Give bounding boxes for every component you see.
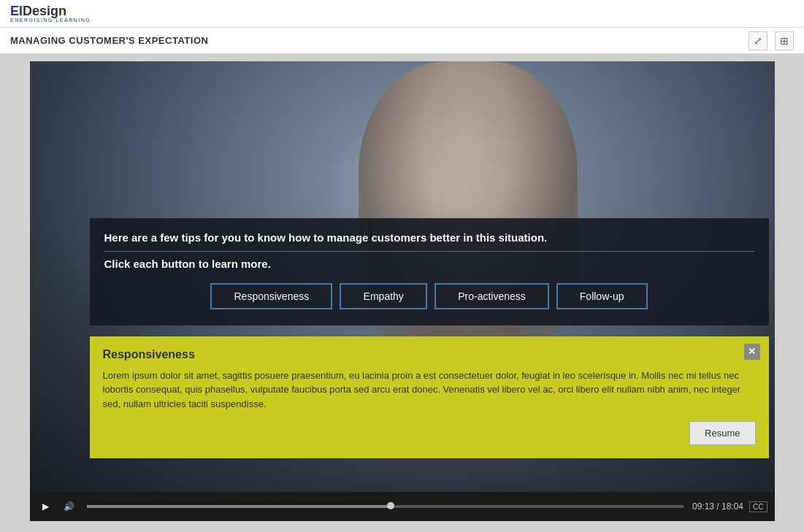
page-title: MANAGING CUSTOMER'S EXPECTATION bbox=[10, 35, 208, 46]
nav-bar: MANAGING CUSTOMER'S EXPECTATION ⤢ ⊞ bbox=[0, 28, 804, 54]
info-panel-body: Lorem ipsum dolor sit amet, sagittis pos… bbox=[103, 369, 756, 412]
cc-icon: CC bbox=[753, 503, 763, 511]
video-area: Here are a few tips for you to know how … bbox=[30, 61, 775, 492]
empathy-button[interactable]: Empathy bbox=[340, 283, 427, 309]
resume-button[interactable]: Resume bbox=[689, 421, 755, 445]
logo: EIDesign ENERGISING LEARNING bbox=[10, 4, 91, 23]
tip-buttons-row: Responsiveness Empathy Pro-activeness Fo… bbox=[104, 283, 754, 309]
play-button[interactable]: ▶ bbox=[37, 498, 55, 515]
logo-subtext: ENERGISING LEARNING bbox=[10, 18, 91, 23]
grid-button[interactable]: ⊞ bbox=[775, 31, 794, 50]
follow-up-button[interactable]: Follow-up bbox=[556, 283, 648, 309]
responsiveness-button[interactable]: Responsiveness bbox=[210, 283, 332, 309]
instruction-panel: Here are a few tips for you to know how … bbox=[90, 218, 769, 325]
nav-icons: ⤢ ⊞ bbox=[749, 31, 794, 50]
controls-bar: ▶ 🔊 09:13 / 18:04 CC bbox=[30, 492, 775, 521]
info-panel-title: Responsiveness bbox=[103, 348, 756, 361]
progress-fill bbox=[87, 505, 391, 508]
pro-activeness-button[interactable]: Pro-activeness bbox=[434, 283, 549, 309]
instruction-line2: Click each button to learn more. bbox=[104, 258, 754, 270]
volume-button[interactable]: 🔊 bbox=[61, 498, 78, 515]
header-bar: EIDesign ENERGISING LEARNING bbox=[0, 0, 804, 28]
video-player: Here are a few tips for you to know how … bbox=[30, 61, 775, 521]
instruction-line1: Here are a few tips for you to know how … bbox=[104, 231, 754, 252]
info-panel: ✕ Responsiveness Lorem ipsum dolor sit a… bbox=[90, 336, 769, 459]
app-container: EIDesign ENERGISING LEARNING MANAGING CU… bbox=[0, 0, 804, 532]
grid-icon: ⊞ bbox=[780, 35, 789, 47]
progress-thumb bbox=[387, 502, 394, 509]
expand-button[interactable]: ⤢ bbox=[749, 31, 767, 50]
play-icon: ▶ bbox=[42, 501, 49, 512]
cc-button[interactable]: CC bbox=[749, 501, 767, 512]
close-button[interactable]: ✕ bbox=[744, 344, 760, 360]
time-display: 09:13 / 18:04 bbox=[692, 501, 743, 512]
volume-icon: 🔊 bbox=[64, 501, 74, 512]
logo-text: EIDesign bbox=[10, 4, 66, 18]
expand-icon: ⤢ bbox=[754, 35, 762, 47]
progress-bar[interactable] bbox=[87, 505, 684, 508]
